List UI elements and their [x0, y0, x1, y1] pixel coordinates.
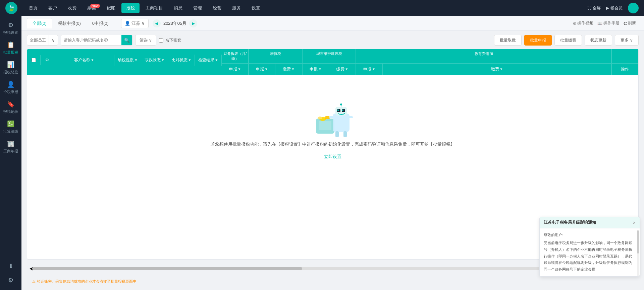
- annual-icon: 🏢: [7, 140, 14, 147]
- month-prev-btn[interactable]: ◀: [153, 19, 161, 27]
- notification-content: 受当前电子税务局进一步升级的影响，同一个政务网账号（办税人）名下的企业不能再同时…: [544, 240, 636, 273]
- th-group-edu: 教育费附加: [356, 49, 611, 63]
- search-input-wrap: 🔍: [61, 35, 132, 46]
- filter-button[interactable]: 筛选 ∨: [135, 35, 156, 46]
- th-check[interactable]: [27, 55, 41, 65]
- batch-collect-btn[interactable]: 批量取数: [494, 35, 522, 46]
- notification-close-btn[interactable]: ×: [633, 220, 636, 225]
- notification-greeting: 尊敬的用户:: [544, 232, 636, 238]
- th-name[interactable]: 客户名称 ▼: [54, 55, 114, 66]
- th-vat-report[interactable]: 申报 ▼: [249, 64, 275, 75]
- th-check-result[interactable]: 检查结果 ▼: [195, 55, 222, 66]
- invoice-badge: NEW: [90, 4, 100, 8]
- accountset-checkbox-label[interactable]: 名下账套: [159, 38, 181, 43]
- batch-tax-icon: 📋: [7, 41, 14, 49]
- bottom-settings-icon[interactable]: ⚙: [6, 275, 15, 286]
- employee-selector[interactable]: 全部员工 ∨: [27, 35, 58, 46]
- nav-customer[interactable]: 客户: [44, 3, 62, 13]
- th-edu-report[interactable]: 申报 ▼: [356, 64, 383, 75]
- filter-arrow-icon: ∨: [149, 38, 152, 43]
- tab-zero-report[interactable]: 0申报(0): [87, 18, 114, 28]
- sidebar-item-annual-report[interactable]: 🏢 工商年报: [0, 137, 21, 156]
- nav-manage[interactable]: 管理: [189, 3, 207, 13]
- sidebar-item-personal-tax[interactable]: 👤 个税申报: [0, 78, 21, 97]
- refresh-btn[interactable]: C 刷新: [624, 20, 636, 26]
- nav-items: 首页 客户 收费 票据 NEW 记账 报税 工商项目 消息 管理 经营 服务 设…: [24, 3, 587, 13]
- robot-illustration: [313, 103, 353, 140]
- sidebar-item-tax-settings[interactable]: ⚙ 报税设置: [0, 19, 21, 38]
- empty-message: 若您想使用批量报税功能，请先在【报税设置】中进行报税的初始化设置，完成密码验证和…: [211, 140, 455, 148]
- nav-message[interactable]: 消息: [169, 3, 187, 13]
- nav-billing[interactable]: 收费: [63, 3, 81, 13]
- th-compare[interactable]: 比对状态 ▼: [168, 55, 195, 66]
- th-city-pay[interactable]: 缴费 ▼: [329, 64, 356, 75]
- fullscreen-btn[interactable]: ⛶ 全屏: [587, 5, 601, 11]
- sub-tabs-bar: 全部(0) 税款申报(0) 0申报(0) 👤 江苏 ∨ ◀ 2023年05月 ▶…: [21, 16, 644, 31]
- more-btn[interactable]: 更多 ∨: [615, 35, 639, 46]
- th-finance-report[interactable]: 申报 ▼: [222, 64, 249, 75]
- accountset-checkbox[interactable]: [159, 38, 163, 43]
- employee-label: 全部员工: [27, 35, 49, 45]
- nav-operation[interactable]: 经营: [208, 3, 226, 13]
- scroll-left-arrow[interactable]: ◀: [30, 266, 32, 271]
- nav-tax[interactable]: 报税: [121, 3, 140, 13]
- th-edu-pay[interactable]: 缴费 ▼: [383, 64, 611, 75]
- th-group-finance: 财务报表（月/季）: [222, 49, 249, 63]
- svg-point-4: [318, 117, 322, 119]
- name-sort-icon: ▼: [91, 58, 94, 62]
- th-action: 操作: [611, 64, 638, 75]
- svg-rect-13: [335, 131, 339, 137]
- th-group-vat: 增值税: [249, 49, 302, 63]
- svg-point-3: [325, 116, 330, 119]
- video-tutorial-btn[interactable]: ⊙ 操作视频: [573, 20, 593, 26]
- status-update-btn[interactable]: 状态更新: [585, 35, 612, 46]
- th-vat-pay[interactable]: 缴费 ▼: [275, 64, 302, 75]
- nav-service[interactable]: 服务: [227, 3, 246, 13]
- employee-dropdown-arrow[interactable]: ∨: [49, 35, 58, 45]
- search-button[interactable]: 🔍: [121, 35, 132, 46]
- top-right-actions: ⊙ 操作视频 📖 操作手册 C 刷新: [573, 20, 639, 26]
- batch-report-btn[interactable]: 批量申报: [524, 35, 552, 46]
- batch-pay-btn[interactable]: 批量缴费: [554, 35, 582, 46]
- vat-report-sort: ▼: [265, 67, 268, 71]
- sidebar-item-tax-overview[interactable]: 📊 报税总览: [0, 58, 21, 77]
- th-city-report[interactable]: 申报 ▼: [302, 64, 329, 75]
- sidebar-item-settlement[interactable]: 💹 汇算清缴: [0, 118, 21, 137]
- vip-btn[interactable]: ▶ 畅会员: [606, 5, 623, 11]
- nav-settings[interactable]: 设置: [247, 3, 265, 13]
- user-avatar[interactable]: [628, 3, 639, 13]
- region-selector[interactable]: 👤 江苏 ∨: [121, 19, 149, 28]
- notification-popup: 江苏电子税务局升级影响通知 × 尊敬的用户: 受当前电子税务局进一步升级的影响，…: [539, 217, 640, 277]
- tab-all[interactable]: 全部(0): [27, 18, 52, 28]
- city-pay-sort: ▼: [345, 67, 348, 71]
- horizontal-scrollthumb[interactable]: [32, 267, 302, 270]
- th-settings[interactable]: ⚙: [41, 55, 54, 65]
- app-logo[interactable]: 🍃: [5, 2, 17, 14]
- manual-btn[interactable]: 📖 操作手册: [597, 20, 620, 26]
- setup-link[interactable]: 立即设置: [324, 154, 341, 160]
- download-icon[interactable]: ⬇: [6, 261, 15, 272]
- sidebar-item-batch-tax[interactable]: 📋 批量报税: [0, 39, 21, 58]
- notification-body: 尊敬的用户: 受当前电子税务局进一步升级的影响，同一个政务网账号（办税人）名下的…: [540, 228, 640, 276]
- tax-type-sort-icon: ▼: [135, 58, 138, 62]
- th-collect[interactable]: 取数状态 ▼: [141, 55, 168, 66]
- nav-business[interactable]: 工商项目: [141, 3, 168, 13]
- th-tax-type[interactable]: 纳税性质 ▼: [114, 55, 141, 66]
- select-all-checkbox[interactable]: [32, 58, 36, 62]
- sidebar-item-tax-records[interactable]: 🔖 报税记录: [0, 98, 21, 117]
- notif-scrollbar-track: [637, 230, 639, 276]
- records-icon: 🔖: [7, 100, 14, 108]
- warning-icon: ⚠: [32, 279, 36, 284]
- month-display: 2023年05月: [163, 20, 186, 26]
- nav-accounting[interactable]: 记账: [102, 3, 120, 13]
- svg-rect-14: [343, 131, 347, 137]
- search-input[interactable]: [61, 38, 121, 43]
- tab-tax-report[interactable]: 税款申报(0): [52, 18, 87, 28]
- edu-report-sort: ▼: [372, 67, 375, 71]
- check-result-sort-icon: ▼: [215, 58, 218, 62]
- month-next-btn[interactable]: ▶: [189, 19, 197, 27]
- bottom-tip: ⚠ 验证账密、采集信息均成功的企业才会流转至批量报税页面中: [27, 277, 639, 286]
- nav-invoice[interactable]: 票据 NEW: [83, 3, 101, 13]
- nav-home[interactable]: 首页: [24, 3, 42, 13]
- svg-rect-11: [329, 116, 333, 118]
